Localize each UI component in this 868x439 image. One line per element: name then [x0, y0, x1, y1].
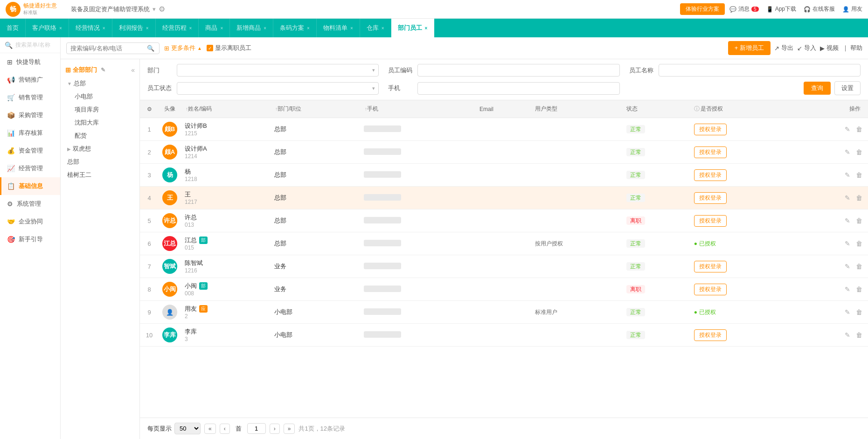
dept-node-总部[interactable]: ▼总部	[61, 77, 139, 90]
dept-node-双虎想[interactable]: ▶双虎想	[61, 142, 139, 155]
edit-button[interactable]: ✎	[843, 285, 852, 294]
delete-button[interactable]: 🗑	[854, 285, 864, 294]
sidebar-item-营销推广[interactable]: 📢营销推广	[0, 71, 60, 89]
delete-button[interactable]: 🗑	[854, 239, 864, 248]
col-phone[interactable]: ↑手机	[360, 100, 476, 118]
nav-tab-经营情况[interactable]: 经营情况 ×	[69, 19, 112, 37]
search-input-wrap[interactable]: 🔍	[66, 42, 160, 54]
col-name-code[interactable]: ↑姓名/编码	[181, 100, 271, 118]
auth-login-button[interactable]: 授权登录	[694, 124, 727, 135]
sidebar-item-销售管理[interactable]: 🛒销售管理	[0, 89, 60, 106]
nav-tab-条码方案[interactable]: 条码方案 ×	[273, 19, 317, 37]
edit-button[interactable]: ✎	[843, 262, 852, 271]
sidebar-item-基础信息[interactable]: 📋基础信息	[0, 177, 60, 195]
tab-close-icon[interactable]: ×	[189, 26, 192, 31]
app-download-button[interactable]: 📱 App下载	[766, 5, 796, 13]
trial-button[interactable]: 体验行业方案	[680, 3, 725, 15]
edit-button[interactable]: ✎	[843, 193, 852, 202]
delete-button[interactable]: 🗑	[854, 216, 864, 225]
delete-button[interactable]: 🗑	[854, 193, 864, 202]
nav-tab-经营历程[interactable]: 经营历程 ×	[156, 19, 199, 37]
tab-close-icon[interactable]: ×	[146, 26, 149, 31]
auth-login-button[interactable]: 授权登录	[694, 169, 727, 181]
dept-node-总部[interactable]: 总部	[61, 155, 139, 168]
edit-button[interactable]: ✎	[843, 330, 852, 340]
sidebar-item-库存核算[interactable]: 📊库存核算	[0, 124, 60, 142]
search-input[interactable]	[70, 45, 145, 52]
view-button[interactable]: ▶ 视频	[820, 44, 839, 52]
sidebar-item-企业协同[interactable]: 🤝企业协同	[0, 213, 60, 230]
prev-page-button[interactable]: ‹	[220, 424, 230, 434]
nav-tab-新增商品[interactable]: 新增商品 ×	[230, 19, 273, 37]
import-button[interactable]: ↙ 导入	[797, 44, 816, 52]
export-button[interactable]: ↗ 导出	[774, 44, 793, 52]
settings-gear-icon[interactable]: ⚙	[159, 5, 165, 14]
tab-close-icon[interactable]: ×	[59, 26, 62, 31]
emp-name-input[interactable]	[659, 64, 861, 77]
delete-button[interactable]: 🗑	[854, 262, 864, 271]
auth-login-button[interactable]: 授权登录	[694, 215, 727, 227]
tab-close-icon[interactable]: ×	[264, 26, 266, 31]
auth-login-button[interactable]: 授权登录	[694, 261, 727, 272]
edit-button[interactable]: ✎	[843, 170, 852, 180]
nav-tab-利润报告[interactable]: 利润报告 ×	[112, 19, 156, 37]
page-number-input[interactable]	[247, 423, 266, 434]
delete-button[interactable]: 🗑	[854, 330, 864, 340]
sidebar-item-新手引导[interactable]: 🎯新手引导	[0, 230, 60, 248]
dept-node-沈阳大库[interactable]: 沈阳大库	[61, 116, 139, 129]
dept-node-项目库房[interactable]: 项目库房	[61, 103, 139, 116]
next-page-button[interactable]: ›	[270, 424, 280, 434]
tab-close-icon[interactable]: ×	[103, 26, 105, 31]
auth-login-button[interactable]: 授权登录	[694, 192, 727, 204]
edit-button[interactable]: ✎	[843, 239, 852, 248]
edit-button[interactable]: ✎	[843, 216, 852, 225]
last-page-button[interactable]: »	[284, 424, 295, 434]
nav-tab-客户联络[interactable]: 客户联络 ×	[26, 19, 69, 37]
auth-login-button[interactable]: 授权登录	[694, 284, 727, 295]
tab-close-icon[interactable]: ×	[425, 26, 428, 31]
add-employee-button[interactable]: + 新增员工	[728, 41, 771, 55]
online-service-button[interactable]: 🎧 在线客服	[804, 5, 835, 13]
show-resigned-toggle[interactable]: ✓ 显示离职员工	[207, 44, 251, 52]
sidebar-item-资金管理[interactable]: 💰资金管理	[0, 142, 60, 160]
delete-button[interactable]: 🗑	[854, 307, 864, 317]
tab-close-icon[interactable]: ×	[307, 26, 310, 31]
tab-close-icon[interactable]: ×	[382, 26, 384, 31]
tab-close-icon[interactable]: ×	[350, 26, 353, 31]
help-button[interactable]: ｜ 帮助	[842, 44, 862, 52]
dept-node-小电部[interactable]: 小电部	[61, 90, 139, 103]
sidebar-item-系统管理[interactable]: ⚙系统管理	[0, 195, 60, 213]
all-dept-header[interactable]: ⊞ 全部部门 ✎ «	[61, 63, 139, 77]
dept-node-植树王二[interactable]: 植树王二	[61, 168, 139, 181]
query-button[interactable]: 查询	[804, 82, 831, 95]
phone-input[interactable]	[417, 82, 619, 95]
emp-code-input[interactable]	[417, 64, 619, 77]
delete-button[interactable]: 🗑	[854, 125, 864, 134]
per-page-select[interactable]: 102050100	[174, 423, 201, 434]
first-page-button[interactable]: «	[204, 424, 216, 434]
col-dept-pos[interactable]: ↑部门/职位	[271, 100, 360, 118]
delete-button[interactable]: 🗑	[854, 170, 864, 180]
emp-status-select[interactable]	[177, 82, 379, 95]
nav-tab-商品[interactable]: 商品 ×	[199, 19, 230, 37]
sidebar-item-快捷导航[interactable]: ⊞快捷导航	[0, 53, 60, 71]
dept-node-配货[interactable]: 配货	[61, 129, 139, 142]
collapse-button[interactable]: «	[131, 66, 135, 74]
message-button[interactable]: 💬 消息 5	[729, 5, 759, 13]
auth-login-button[interactable]: 授权登录	[694, 146, 727, 158]
edit-button[interactable]: ✎	[843, 147, 852, 157]
edit-button[interactable]: ✎	[843, 125, 852, 134]
edit-button[interactable]: ✎	[843, 307, 852, 317]
tab-close-icon[interactable]: ×	[220, 26, 223, 31]
nav-tab-部门员工[interactable]: 部门员工 ×	[391, 19, 435, 37]
nav-tab-首页[interactable]: 首页	[0, 19, 26, 37]
col-settings[interactable]: ⚙	[140, 100, 159, 118]
reset-button[interactable]: 设置	[834, 81, 861, 95]
sidebar-item-经营管理[interactable]: 📈经营管理	[0, 160, 60, 177]
dept-edit-icon[interactable]: ✎	[101, 67, 105, 73]
delete-button[interactable]: 🗑	[854, 147, 864, 157]
nav-tab-物料清单[interactable]: 物料清单 ×	[317, 19, 360, 37]
system-dropdown-icon[interactable]: ▾	[153, 6, 156, 13]
dept-select[interactable]	[177, 64, 379, 77]
sidebar-item-采购管理[interactable]: 📦采购管理	[0, 106, 60, 124]
